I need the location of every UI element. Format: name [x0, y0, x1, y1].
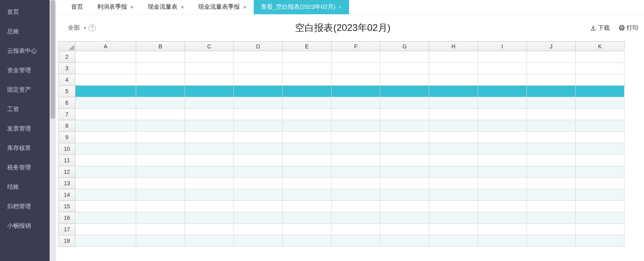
- cell-G16[interactable]: [380, 212, 429, 224]
- cell-K11[interactable]: [576, 155, 625, 166]
- cell-E12[interactable]: [283, 166, 332, 178]
- sidebar-item-10[interactable]: 归档管理: [0, 197, 50, 216]
- cell-B16[interactable]: [136, 212, 185, 224]
- cell-E6[interactable]: [283, 97, 332, 109]
- row-header-10[interactable]: 10: [59, 143, 75, 155]
- cell-E15[interactable]: [283, 201, 332, 212]
- cell-E10[interactable]: [283, 143, 332, 155]
- cell-B17[interactable]: [136, 224, 185, 235]
- row-header-18[interactable]: 18: [59, 235, 75, 247]
- tab-3[interactable]: 现金流量表季报×: [191, 0, 253, 14]
- cell-K10[interactable]: [576, 143, 625, 155]
- cell-A12[interactable]: [75, 166, 136, 178]
- cell-B10[interactable]: [136, 143, 185, 155]
- cell-C17[interactable]: [185, 224, 234, 235]
- close-icon[interactable]: ×: [181, 4, 184, 10]
- cell-G11[interactable]: [380, 155, 429, 166]
- sidebar-item-0[interactable]: 首页: [0, 2, 50, 22]
- sidebar-item-7[interactable]: 库存核算: [0, 138, 50, 158]
- cell-J18[interactable]: [527, 235, 576, 247]
- scrollbar-thumb[interactable]: [50, 0, 55, 119]
- column-header-B[interactable]: B: [136, 42, 185, 51]
- cell-F18[interactable]: [332, 235, 380, 247]
- cell-D16[interactable]: [234, 212, 283, 224]
- row-header-15[interactable]: 15: [59, 201, 75, 212]
- cell-B14[interactable]: [136, 189, 185, 201]
- cell-K2[interactable]: [576, 51, 625, 63]
- cell-F5[interactable]: [332, 86, 380, 97]
- cell-B12[interactable]: [136, 166, 185, 178]
- close-icon[interactable]: ×: [130, 4, 133, 10]
- close-icon[interactable]: ×: [243, 4, 246, 10]
- cell-C15[interactable]: [185, 201, 234, 212]
- sidebar-item-2[interactable]: 云报表中心: [0, 41, 50, 61]
- cell-E14[interactable]: [283, 189, 332, 201]
- cell-A3[interactable]: [75, 63, 136, 74]
- cell-D13[interactable]: [234, 178, 283, 189]
- row-header-9[interactable]: 9: [59, 132, 75, 143]
- cell-D15[interactable]: [234, 201, 283, 212]
- cell-F12[interactable]: [332, 166, 380, 178]
- cell-B15[interactable]: [136, 201, 185, 212]
- cell-F8[interactable]: [332, 120, 380, 132]
- download-button[interactable]: 下载: [590, 24, 610, 32]
- cell-H6[interactable]: [429, 97, 478, 109]
- cell-G3[interactable]: [380, 63, 429, 74]
- tab-2[interactable]: 现金流量表×: [141, 0, 191, 14]
- cell-J11[interactable]: [527, 155, 576, 166]
- cell-H11[interactable]: [429, 155, 478, 166]
- cell-J6[interactable]: [527, 97, 576, 109]
- cell-A2[interactable]: [75, 51, 136, 63]
- column-header-F[interactable]: F: [332, 42, 380, 51]
- row-header-6[interactable]: 6: [59, 97, 75, 109]
- cell-J8[interactable]: [527, 120, 576, 132]
- cell-D17[interactable]: [234, 224, 283, 235]
- cell-I13[interactable]: [478, 178, 527, 189]
- row-header-3[interactable]: 3: [59, 63, 75, 74]
- cell-K18[interactable]: [576, 235, 625, 247]
- column-header-J[interactable]: J: [527, 42, 576, 51]
- cell-C4[interactable]: [185, 74, 234, 86]
- cell-J17[interactable]: [527, 224, 576, 235]
- cell-F17[interactable]: [332, 224, 380, 235]
- cell-G2[interactable]: [380, 51, 429, 63]
- cell-A14[interactable]: [75, 189, 136, 201]
- sidebar-item-5[interactable]: 工资: [0, 100, 50, 119]
- close-icon[interactable]: ×: [339, 4, 342, 10]
- cell-E11[interactable]: [283, 155, 332, 166]
- tab-4[interactable]: 查看_空白报表(2023年02月)×: [254, 0, 349, 14]
- spreadsheet[interactable]: ABCDEFGHIJK23456789101112131415161718: [56, 41, 644, 261]
- column-header-G[interactable]: G: [380, 42, 429, 51]
- sidebar-item-4[interactable]: 固定资产: [0, 80, 50, 100]
- sidebar-item-9[interactable]: 结账: [0, 177, 50, 197]
- select-all-corner[interactable]: [59, 42, 75, 51]
- cell-A13[interactable]: [75, 178, 136, 189]
- filter-dropdown[interactable]: 全部 ▾ ?: [68, 24, 96, 32]
- row-header-16[interactable]: 16: [59, 212, 75, 224]
- cell-E3[interactable]: [283, 63, 332, 74]
- cell-K17[interactable]: [576, 224, 625, 235]
- cell-I6[interactable]: [478, 97, 527, 109]
- column-header-E[interactable]: E: [283, 42, 332, 51]
- cell-K16[interactable]: [576, 212, 625, 224]
- cell-B8[interactable]: [136, 120, 185, 132]
- cell-C2[interactable]: [185, 51, 234, 63]
- cell-B11[interactable]: [136, 155, 185, 166]
- cell-D11[interactable]: [234, 155, 283, 166]
- column-header-I[interactable]: I: [478, 42, 527, 51]
- cell-G7[interactable]: [380, 109, 429, 120]
- cell-C16[interactable]: [185, 212, 234, 224]
- column-header-K[interactable]: K: [576, 42, 625, 51]
- cell-I4[interactable]: [478, 74, 527, 86]
- cell-J5[interactable]: [527, 86, 576, 97]
- cell-E13[interactable]: [283, 178, 332, 189]
- cell-A17[interactable]: [75, 224, 136, 235]
- sidebar-item-6[interactable]: 发票管理: [0, 119, 50, 138]
- cell-E5[interactable]: [283, 86, 332, 97]
- cell-B3[interactable]: [136, 63, 185, 74]
- row-header-8[interactable]: 8: [59, 120, 75, 132]
- cell-H4[interactable]: [429, 74, 478, 86]
- tab-0[interactable]: 首页: [64, 0, 90, 14]
- cell-A15[interactable]: [75, 201, 136, 212]
- cell-E7[interactable]: [283, 109, 332, 120]
